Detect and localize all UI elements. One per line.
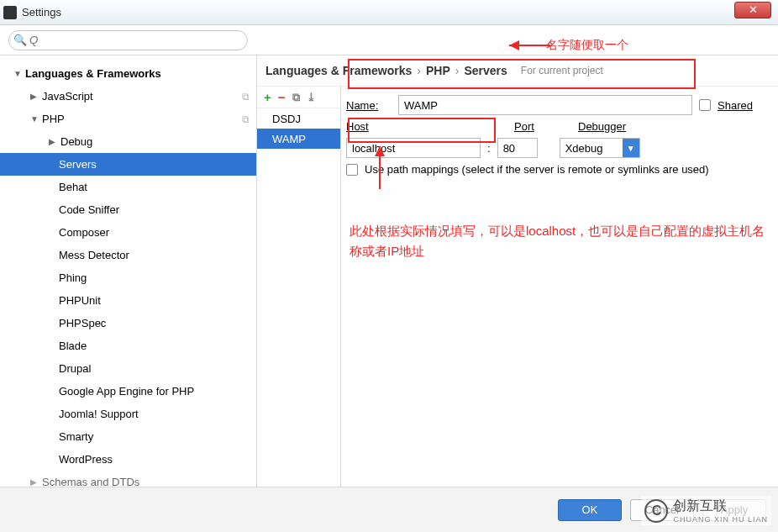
debugger-value: Xdebug: [565, 142, 603, 155]
tree-item-phing[interactable]: Phing: [0, 266, 256, 289]
tree-label: Phing: [59, 271, 256, 284]
watermark-logo-icon: C: [644, 499, 668, 523]
tree-item-behat[interactable]: Behat: [0, 176, 256, 198]
main-columns: ▼ Languages & Frameworks ▶ JavaScript ⧉ …: [0, 55, 778, 511]
tree-label: JavaScript: [42, 90, 242, 103]
tree-item-joomla[interactable]: Joomla! Support: [0, 403, 256, 425]
tree-label: PHPSpec: [59, 317, 256, 329]
tree-label: Code Sniffer: [59, 203, 256, 216]
chevron-right-icon: ▶: [30, 92, 42, 101]
tree-root-languages-frameworks[interactable]: ▼ Languages & Frameworks: [0, 62, 256, 85]
settings-tree[interactable]: ▼ Languages & Frameworks ▶ JavaScript ⧉ …: [0, 55, 257, 511]
ok-button[interactable]: OK: [558, 499, 622, 521]
shared-label: Shared: [718, 99, 753, 112]
server-list-panel: + − ⧉ ⤓ DSDJ WAMP: [257, 87, 341, 511]
tree-label: Smarty: [59, 430, 256, 443]
breadcrumb-a: Languages & Frameworks: [265, 64, 412, 77]
tree-label: Blade: [59, 340, 256, 352]
tree-item-wordpress[interactable]: WordPress: [0, 448, 256, 471]
app-icon: [3, 6, 17, 19]
tree-item-drupal[interactable]: Drupal: [0, 357, 256, 380]
chevron-right-icon: ▶: [49, 137, 60, 146]
copy-server-button[interactable]: ⧉: [292, 91, 300, 104]
debugger-select[interactable]: Xdebug ▼: [560, 138, 640, 158]
tree-item-codesniffer[interactable]: Code Sniffer: [0, 198, 256, 221]
tree-label: Servers: [59, 158, 256, 171]
breadcrumb-b: PHP: [426, 64, 450, 77]
annotation-note: 此处根据实际情况填写，可以是localhost，也可以是自己配置的虚拟主机名称或…: [350, 221, 770, 261]
add-server-button[interactable]: +: [264, 90, 271, 104]
chevron-down-icon: ▼: [13, 69, 25, 78]
host-port-colon: :: [487, 142, 491, 155]
tree-item-phpspec[interactable]: PHPSpec: [0, 312, 256, 334]
watermark: C 创新互联 CHUANG XIN HU LIAN: [641, 496, 771, 525]
tree-label: Mess Detector: [59, 249, 256, 261]
server-item-wamp[interactable]: WAMP: [257, 129, 340, 149]
search-icon: 🔍: [13, 34, 27, 46]
breadcrumb-sep: ›: [455, 64, 460, 77]
chevron-down-icon: ▼: [623, 139, 639, 157]
tree-label: Languages & Frameworks: [25, 67, 256, 80]
server-toolbar: + − ⧉ ⤓: [257, 87, 340, 108]
tree-label: Behat: [59, 181, 256, 193]
tree-item-javascript[interactable]: ▶ JavaScript ⧉: [0, 85, 256, 108]
tree-item-smarty[interactable]: Smarty: [0, 425, 256, 448]
tree-label: PHPUnit: [59, 294, 256, 307]
tree-label: WordPress: [59, 453, 256, 466]
search-row: 🔍: [0, 25, 778, 55]
tree-item-servers[interactable]: Servers: [0, 153, 256, 176]
search-input[interactable]: [8, 30, 248, 50]
name-label: Name:: [346, 99, 392, 112]
shared-checkbox[interactable]: [699, 99, 711, 111]
port-input[interactable]: [497, 138, 538, 158]
debugger-header: Debugger: [578, 120, 626, 133]
server-item-label: DSDJ: [272, 113, 301, 125]
tree-label: PHP: [42, 113, 242, 125]
tree-label: Debug: [60, 135, 256, 148]
tree-item-messdetector[interactable]: Mess Detector: [0, 244, 256, 266]
breadcrumb-c: Servers: [464, 64, 507, 77]
name-input[interactable]: [398, 95, 692, 115]
pathmap-checkbox[interactable]: [346, 164, 358, 176]
breadcrumb: Languages & Frameworks › PHP › Servers F…: [257, 55, 778, 87]
close-button[interactable]: ✕: [734, 2, 771, 18]
tree-label: Joomla! Support: [59, 408, 256, 420]
project-tag-icon: ⧉: [242, 91, 250, 103]
tree-item-debug[interactable]: ▶ Debug: [0, 130, 256, 153]
tree-item-composer[interactable]: Composer: [0, 221, 256, 244]
tree-label: Drupal: [59, 362, 256, 375]
watermark-sub: CHUANG XIN HU LIAN: [673, 515, 768, 524]
server-item-dsdj[interactable]: DSDJ: [257, 108, 340, 129]
server-form: Name: Shared Host Port Debugger :: [341, 87, 778, 511]
window-title: Settings: [22, 6, 734, 18]
server-list[interactable]: DSDJ WAMP: [257, 108, 340, 149]
breadcrumb-sep: ›: [417, 64, 421, 77]
chevron-right-icon: ▶: [30, 477, 42, 487]
tree-label: Google App Engine for PHP: [59, 385, 256, 398]
remove-server-button[interactable]: −: [278, 90, 286, 104]
chevron-down-icon: ▼: [30, 114, 42, 124]
project-tag-icon: ⧉: [242, 113, 250, 125]
tree-item-php[interactable]: ▼ PHP ⧉: [0, 108, 256, 130]
watermark-text: 创新互联: [673, 498, 727, 513]
breadcrumb-project-scope: For current project: [521, 65, 603, 76]
server-item-label: WAMP: [272, 133, 306, 145]
tree-item-blade[interactable]: Blade: [0, 334, 256, 357]
tree-item-phpunit[interactable]: PHPUnit: [0, 289, 256, 312]
import-server-button[interactable]: ⤓: [307, 91, 316, 103]
pathmap-label: Use path mappings (select if the server …: [365, 163, 709, 176]
tree-item-gae-php[interactable]: Google App Engine for PHP: [0, 380, 256, 403]
host-input[interactable]: [346, 138, 481, 158]
host-header: Host: [346, 120, 489, 133]
titlebar: Settings ✕: [0, 0, 778, 25]
tree-label: Composer: [59, 226, 256, 239]
port-header: Port: [514, 120, 555, 133]
